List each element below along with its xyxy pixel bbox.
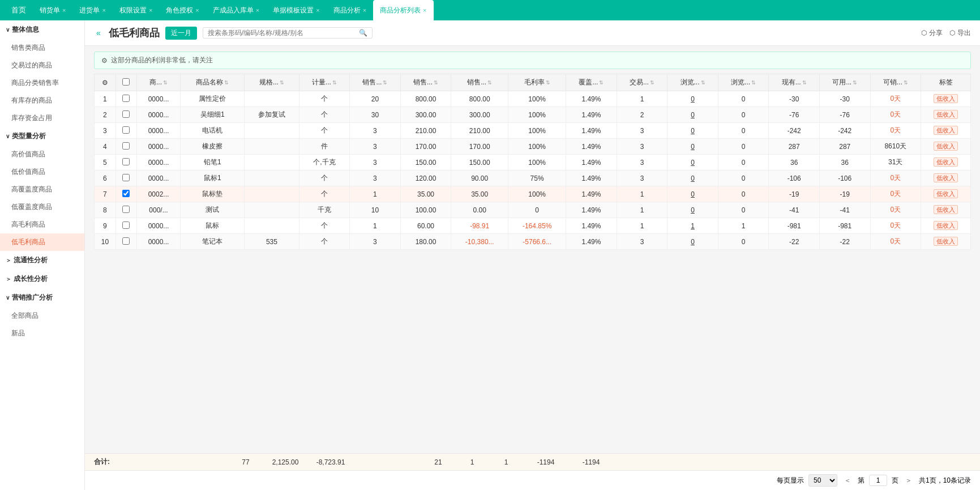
col-sales-amount-header[interactable]: 销售...⇅ — [451, 74, 508, 91]
row-checkbox[interactable] — [122, 237, 130, 245]
per-page-select[interactable]: 50 100 200 — [808, 474, 837, 487]
search-box[interactable]: 🔍 — [203, 27, 373, 39]
row-browse1[interactable]: 1 — [667, 218, 718, 234]
nav-permission[interactable]: 权限设置 × — [113, 0, 159, 20]
nav-sales-order[interactable]: 销货单 × — [33, 0, 72, 20]
sidebar-item-high-margin[interactable]: 高毛利商品 — [0, 216, 84, 233]
search-input[interactable] — [208, 29, 359, 37]
search-icon[interactable]: 🔍 — [359, 29, 367, 37]
row-checkbox-cell[interactable] — [115, 218, 136, 234]
row-spec — [245, 123, 299, 139]
col-browse1-header[interactable]: 浏览...⇅ — [667, 74, 718, 91]
col-margin-header[interactable]: 毛利率⇅ — [508, 74, 566, 91]
col-sales-price-header[interactable]: 销售...⇅ — [400, 74, 451, 91]
close-purchase-order-icon[interactable]: × — [102, 7, 105, 14]
row-sales-price: 100.00 — [400, 202, 451, 218]
sidebar-item-new-products[interactable]: 新品 — [0, 325, 84, 342]
row-checkbox-cell[interactable] — [115, 107, 136, 123]
col-unit-header[interactable]: 计量...⇅ — [299, 74, 350, 91]
row-checkbox-cell[interactable] — [115, 123, 136, 139]
row-checkbox[interactable] — [122, 221, 130, 229]
sidebar-item-sales-products[interactable]: 销售类商品 — [0, 39, 84, 57]
row-browse2: 1 — [718, 218, 769, 234]
row-checkbox-cell[interactable] — [115, 186, 136, 202]
prev-page-button[interactable]: ＜ — [842, 475, 853, 487]
nav-product-analysis-list[interactable]: 商品分析列表 × — [373, 0, 433, 20]
sidebar-section-liquidity[interactable]: ＞ 流通性分析 — [0, 251, 84, 270]
row-checkbox[interactable] — [122, 110, 130, 118]
row-name: 铅笔1 — [181, 155, 245, 171]
row-checkbox[interactable] — [122, 206, 130, 213]
col-browse2-header[interactable]: 浏览...⇅ — [718, 74, 769, 91]
close-product-analysis-list-icon[interactable]: × — [423, 7, 426, 14]
table-settings-icon[interactable]: ⚙ — [95, 74, 116, 91]
close-role-auth-icon[interactable]: × — [195, 7, 199, 14]
sidebar-item-low-coverage[interactable]: 低覆盖度商品 — [0, 198, 84, 216]
row-checkbox-cell[interactable] — [115, 155, 136, 171]
row-checkbox-cell[interactable] — [115, 139, 136, 155]
row-browse1[interactable]: 0 — [667, 171, 718, 186]
sidebar-collapse-button[interactable]: « — [94, 26, 103, 40]
row-checkbox-cell[interactable] — [115, 91, 136, 107]
row-checkbox[interactable] — [122, 158, 130, 165]
page-number-input[interactable] — [869, 475, 887, 486]
share-button[interactable]: ⬡ 分享 — [921, 28, 943, 38]
row-browse1[interactable]: 0 — [667, 202, 718, 218]
sidebar-section-overall[interactable]: ∨ 整体信息 — [0, 20, 84, 39]
col-trade-header[interactable]: 交易...⇅ — [617, 74, 667, 91]
sidebar-item-category-sales-rate[interactable]: 商品分类销售率 — [0, 74, 84, 92]
row-checkbox[interactable] — [122, 126, 130, 134]
close-product-analysis-icon[interactable]: × — [363, 7, 366, 14]
sidebar-section-growth[interactable]: ＞ 成长性分析 — [0, 270, 84, 288]
row-checkbox-cell[interactable] — [115, 234, 136, 250]
sidebar-section-type-analysis[interactable]: ∨ 类型量分析 — [0, 127, 84, 146]
nav-product-inbound[interactable]: 产成品入库单 × — [206, 0, 266, 20]
sidebar-item-low-value[interactable]: 低价值商品 — [0, 163, 84, 181]
row-checkbox[interactable] — [122, 95, 130, 102]
sidebar-item-high-coverage[interactable]: 高覆盖度商品 — [0, 181, 84, 198]
row-browse1[interactable]: 0 — [667, 123, 718, 139]
row-checkbox[interactable] — [122, 174, 130, 181]
nav-template-settings[interactable]: 单据模板设置 × — [266, 0, 326, 20]
row-browse1[interactable]: 0 — [667, 234, 718, 250]
col-check-all[interactable] — [115, 74, 136, 91]
date-filter-button[interactable]: 近一月 — [165, 27, 197, 40]
close-template-settings-icon[interactable]: × — [316, 7, 319, 14]
row-browse1[interactable]: 0 — [667, 91, 718, 107]
sidebar-item-traded-products[interactable]: 交易过的商品 — [0, 57, 84, 74]
col-usable-header[interactable]: 可用...⇅ — [819, 74, 870, 91]
sidebar-item-all-products[interactable]: 全部商品 — [0, 307, 84, 325]
col-tag-header[interactable]: 标签 — [921, 74, 971, 91]
check-all-checkbox[interactable] — [122, 78, 130, 86]
col-code-header[interactable]: 商...⇅ — [136, 74, 180, 91]
close-product-inbound-icon[interactable]: × — [256, 7, 259, 14]
sidebar-item-low-margin[interactable]: 低毛利商品 — [0, 233, 84, 251]
nav-purchase-order[interactable]: 进货单 × — [72, 0, 112, 20]
sidebar-section-marketing[interactable]: ∨ 营销推广分析 — [0, 288, 84, 307]
col-name-header[interactable]: 商品名称⇅ — [181, 74, 245, 91]
col-sales-qty-header[interactable]: 销售...⇅ — [350, 74, 401, 91]
close-sales-order-icon[interactable]: × — [62, 7, 66, 14]
sidebar-item-in-stock-products[interactable]: 有库存的商品 — [0, 92, 84, 109]
row-browse1[interactable]: 0 — [667, 107, 718, 123]
nav-home[interactable]: 首页 — [5, 0, 33, 20]
sidebar-item-inventory-capital[interactable]: 库存资金占用 — [0, 109, 84, 127]
sidebar-item-high-value[interactable]: 高价值商品 — [0, 146, 84, 163]
col-spec-header[interactable]: 规格...⇅ — [245, 74, 299, 91]
col-current-stock-header[interactable]: 现有...⇅ — [769, 74, 820, 91]
nav-role-auth[interactable]: 角色授权 × — [159, 0, 206, 20]
row-margin: -164.85% — [508, 218, 566, 234]
row-checkbox[interactable] — [122, 142, 130, 150]
nav-product-analysis[interactable]: 商品分析 × — [327, 0, 373, 20]
next-page-button[interactable]: ＞ — [903, 475, 914, 487]
export-button[interactable]: ⬡ 导出 — [949, 28, 971, 38]
row-browse1[interactable]: 0 — [667, 186, 718, 202]
col-saleable-header[interactable]: 可销...⇅ — [870, 74, 921, 91]
row-checkbox-cell[interactable] — [115, 171, 136, 186]
row-checkbox[interactable] — [122, 190, 130, 197]
col-coverage-header[interactable]: 覆盖...⇅ — [566, 74, 617, 91]
row-checkbox-cell[interactable] — [115, 202, 136, 218]
row-browse1[interactable]: 0 — [667, 155, 718, 171]
row-browse1[interactable]: 0 — [667, 139, 718, 155]
close-permission-icon[interactable]: × — [149, 7, 152, 14]
